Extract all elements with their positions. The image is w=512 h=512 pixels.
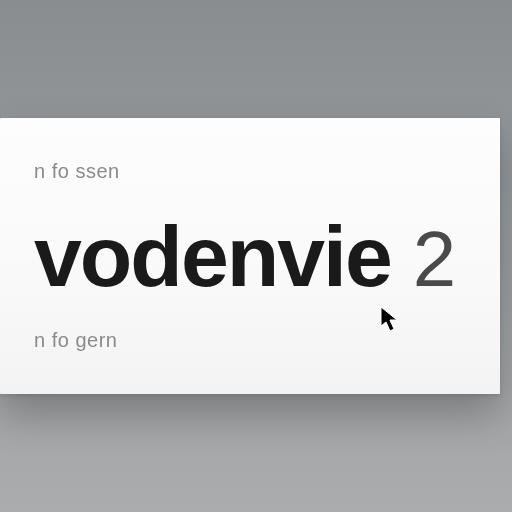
title-row: vodenvie 2 [34, 213, 500, 299]
info-card: n fo ssen vodenvie 2 n fo gern [0, 118, 500, 394]
top-caption: n fo ssen [34, 160, 500, 183]
title-number: 2 [413, 220, 456, 298]
bottom-caption: n fo gern [34, 329, 500, 352]
main-title: vodenvie [34, 213, 391, 299]
